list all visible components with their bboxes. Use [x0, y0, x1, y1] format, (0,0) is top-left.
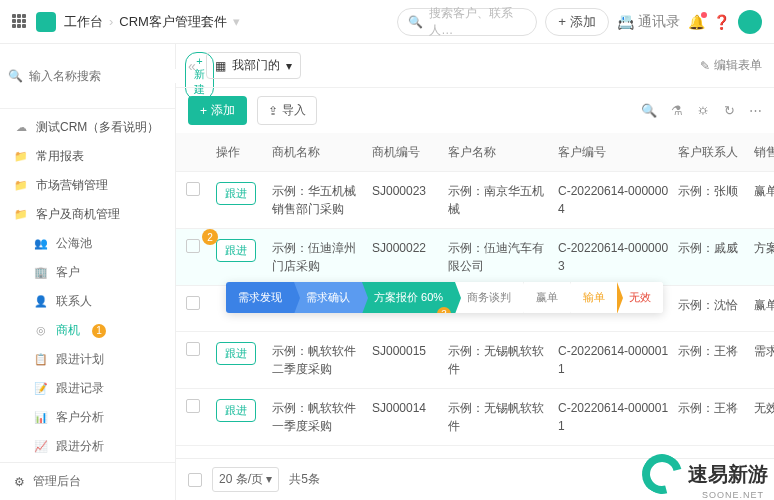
sidebar-search-input[interactable]	[29, 69, 179, 83]
scope-selector[interactable]: ▦ 我部门的 ▾	[206, 52, 301, 79]
column-header[interactable]: 商机编号	[368, 143, 444, 161]
contacts-button[interactable]: 📇通讯录	[617, 13, 680, 31]
stage-step[interactable]: 需求发现	[226, 282, 294, 313]
sidebar-item-label: 常用报表	[36, 148, 84, 165]
cell-customer[interactable]: 示例：无锡帆软软件	[444, 399, 554, 435]
chevron-down-icon[interactable]: ▾	[233, 14, 240, 29]
pager-total: 共5条	[289, 471, 320, 488]
column-header[interactable]: 操作	[212, 143, 268, 161]
table-row: 门采购技有限公司示例：沈恰赢单需求发现需求确认方案报价 60%3商务谈判赢单输单…	[176, 286, 774, 332]
cell-name[interactable]: 示例：伍迪漳州门店采购	[268, 239, 368, 275]
column-header[interactable]: 客户联系人	[674, 143, 750, 161]
row-checkbox[interactable]	[186, 342, 200, 356]
sidebar-item[interactable]: 👤联系人	[0, 287, 175, 316]
cell-custcode: C-20220614-0000004	[554, 182, 674, 218]
folder-icon: 📁	[14, 179, 28, 193]
folder-icon: 👤	[34, 295, 48, 309]
cell-customer[interactable]: 示例：无锡帆软软件	[444, 342, 554, 378]
help-icon[interactable]: ❓	[713, 14, 730, 30]
row-checkbox[interactable]	[186, 399, 200, 413]
sidebar-item[interactable]: 👥公海池	[0, 229, 175, 258]
search-icon: 🔍	[408, 15, 423, 29]
breadcrumb-suite[interactable]: CRM客户管理套件	[119, 13, 227, 31]
cell-name[interactable]: 示例：华五机械销售部门采购	[268, 182, 368, 218]
cell-contact[interactable]: 示例：张顺	[674, 182, 750, 200]
refresh-icon[interactable]: ↻	[724, 103, 735, 118]
cell-customer[interactable]: 示例：南京华五机械	[444, 182, 554, 218]
column-header[interactable]: 客户编号	[554, 143, 674, 161]
sidebar-item[interactable]: 📁市场营销管理	[0, 171, 175, 200]
cell-name[interactable]: 示例：帆软软件二季度采购	[268, 342, 368, 378]
folder-icon: ◎	[34, 324, 48, 338]
edit-form-link[interactable]: ✎ 编辑表单	[700, 57, 762, 74]
cell-code: SJ000015	[368, 342, 444, 360]
add-button[interactable]: + 添加	[188, 96, 247, 125]
follow-button[interactable]: 跟进	[216, 182, 256, 205]
cell-contact[interactable]: 示例：沈恰	[674, 296, 750, 314]
stage-step[interactable]: 无效	[617, 282, 663, 313]
import-button[interactable]: ⇪ 导入	[257, 96, 317, 125]
column-header[interactable]: 客户名称	[444, 143, 554, 161]
stage-step[interactable]: 方案报价 60%3	[362, 282, 455, 313]
column-header[interactable]: 销售阶段	[750, 143, 774, 161]
sidebar-item[interactable]: ◎商机1	[0, 316, 175, 345]
table-row: 跟进2示例：伍迪漳州门店采购SJ000022示例：伍迪汽车有限公司C-20220…	[176, 229, 774, 286]
sidebar-item[interactable]: 📊客户分析	[0, 403, 175, 432]
stage-step[interactable]: 赢单	[524, 282, 571, 313]
sidebar-item[interactable]: 📁客户及商机管理	[0, 200, 175, 229]
avatar[interactable]	[738, 10, 762, 34]
sidebar-item[interactable]: 📈跟进分析	[0, 432, 175, 461]
folder-icon: 📈	[34, 440, 48, 454]
folder-icon: 📁	[14, 208, 28, 222]
sidebar-item[interactable]: ☁测试CRM（多看说明）	[0, 113, 175, 142]
cell-code: SJ000023	[368, 182, 444, 200]
admin-backend-link[interactable]: ⚙ 管理后台	[0, 462, 175, 500]
sidebar-item-label: 客户分析	[56, 409, 104, 426]
cell-name[interactable]: 示例：帆软软件一季度采购	[268, 399, 368, 435]
row-checkbox[interactable]	[186, 239, 200, 253]
cell-customer[interactable]: 示例：伍迪汽车有限公司	[444, 239, 554, 275]
more-icon[interactable]: ⋯	[749, 103, 762, 118]
folder-icon: 📊	[34, 411, 48, 425]
sidebar-item-label: 市场营销管理	[36, 177, 108, 194]
badge: 1	[92, 324, 106, 338]
stage-step[interactable]: 商务谈判	[455, 282, 524, 313]
breadcrumb-workbench[interactable]: 工作台	[64, 13, 103, 31]
sidebar-item[interactable]: 🏢客户	[0, 258, 175, 287]
breadcrumb: 工作台 › CRM客户管理套件 ▾	[64, 13, 240, 31]
follow-button[interactable]: 跟进	[216, 399, 256, 422]
collapse-sidebar-icon[interactable]: «	[188, 58, 196, 74]
filter-icon[interactable]: ⚗	[671, 103, 683, 118]
page-size-select[interactable]: 20 条/页 ▾	[212, 467, 279, 492]
cell-custcode: C-20220614-0000003	[554, 239, 674, 275]
global-search[interactable]: 🔍 搜索客户、联系人…	[397, 8, 537, 36]
sidebar-item-label: 客户	[56, 264, 80, 281]
sidebar-item-label: 跟进计划	[56, 351, 104, 368]
cell-contact[interactable]: 示例：王将	[674, 399, 750, 417]
sidebar-item[interactable]: 📁常用报表	[0, 142, 175, 171]
row-checkbox[interactable]	[186, 182, 200, 196]
sidebar-item[interactable]: 📋跟进计划	[0, 345, 175, 374]
apps-icon[interactable]	[12, 14, 28, 30]
watermark-url: SOONE.NET	[702, 490, 764, 500]
stage-step[interactable]: 输单	[571, 282, 617, 313]
notifications-icon[interactable]: 🔔	[688, 14, 705, 30]
follow-button[interactable]: 跟进	[216, 239, 256, 262]
search-icon: 🔍	[8, 69, 23, 83]
stage-step[interactable]: 需求确认	[294, 282, 362, 313]
cell-contact[interactable]: 示例：王将	[674, 342, 750, 360]
search-icon[interactable]: 🔍	[641, 103, 657, 118]
row-checkbox[interactable]	[186, 296, 200, 310]
badge: 3	[437, 307, 451, 313]
follow-button[interactable]: 跟进	[216, 342, 256, 365]
sidebar-item-label: 跟进分析	[56, 438, 104, 455]
sidebar-item-label: 商机	[56, 322, 80, 339]
table-row: 跟进示例：帆软软件二季度采购SJ000015示例：无锡帆软软件C-2022061…	[176, 332, 774, 389]
cell-contact[interactable]: 示例：戚威	[674, 239, 750, 257]
column-header[interactable]: 商机名称	[268, 143, 368, 161]
settings-icon[interactable]: ⛭	[697, 103, 710, 118]
sidebar-item[interactable]: 📝跟进记录	[0, 374, 175, 403]
global-add-button[interactable]: + 添加	[545, 8, 609, 36]
select-all-checkbox[interactable]	[188, 473, 202, 487]
cell-code: SJ000014	[368, 399, 444, 417]
